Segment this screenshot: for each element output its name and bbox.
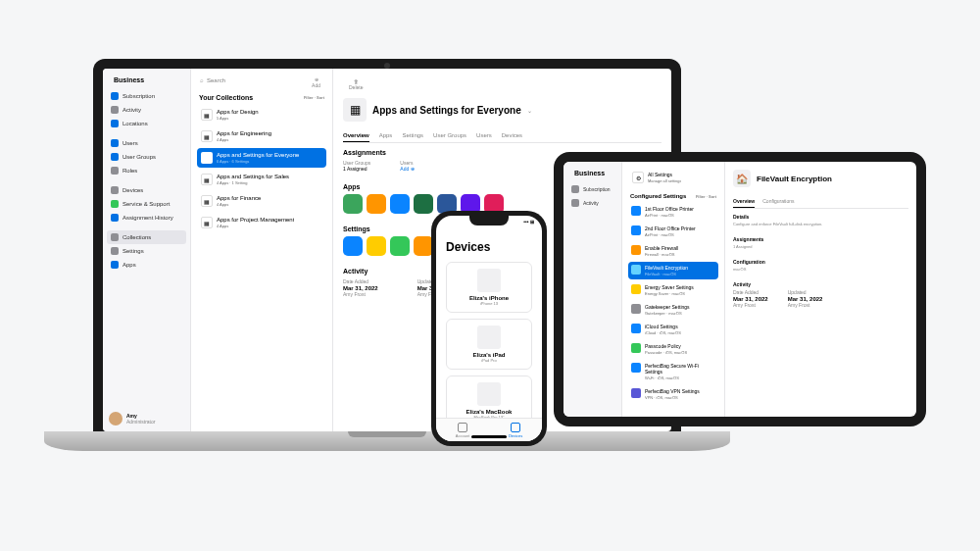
tab-devices[interactable]: Devices — [502, 129, 522, 142]
sidebar-item-devices[interactable]: Devices — [107, 183, 186, 197]
collection-label: Apps for Project Management — [217, 217, 294, 223]
tabbar-account[interactable]: Account — [456, 423, 469, 438]
setting-icon[interactable] — [414, 236, 433, 256]
setting-item[interactable]: Passcode PolicyPasscode · iOS, macOS — [628, 340, 718, 358]
tab-settings[interactable]: Settings — [402, 129, 423, 142]
sidebar-item-activity[interactable]: Activity — [567, 196, 617, 210]
sidebar-item-settings[interactable]: Settings — [107, 244, 186, 258]
collection-item[interactable]: ▦Apps and Settings for Sales4 Apps · 1 S… — [197, 170, 326, 189]
ipad-brand: Business — [567, 168, 617, 182]
sidebar-item-locations[interactable]: Locations — [107, 117, 186, 130]
setting-item[interactable]: 2nd Floor Office PrinterAirPrint · macOS — [628, 223, 718, 240]
ipad-tab-configurations[interactable]: Configurations — [762, 195, 794, 208]
tabbar-devices[interactable]: Devices — [509, 423, 522, 438]
collection-item[interactable]: ▦Apps for Design5 Apps — [197, 105, 326, 125]
ipad-detail: 🏠 FileVault Encryption OverviewConfigura… — [725, 162, 916, 417]
all-settings-item[interactable]: ⚙ All Settings Manage all settings — [628, 168, 718, 187]
setting-item[interactable]: FileVault EncryptionFileVault · macOS — [628, 262, 718, 279]
nav-label: Activity — [122, 107, 141, 113]
setting-icon[interactable] — [367, 236, 386, 256]
setting-item[interactable]: PerfectBag VPN SettingsVPN · iOS, macOS — [628, 385, 718, 403]
collection-sub: 4 Apps — [217, 137, 271, 142]
setting-item[interactable]: PerfectBag Secure Wi-Fi SettingsWi-Fi · … — [628, 360, 718, 383]
tab-apps[interactable]: Apps — [379, 129, 393, 142]
nav-label: Collections — [122, 234, 151, 240]
setting-item[interactable]: Energy Saver SettingsEnergy Saver · macO… — [628, 281, 718, 299]
nav-label: Locations — [122, 121, 148, 126]
setting-item[interactable]: iCloud SettingsiCloud · iOS, macOS — [628, 321, 718, 338]
app-icon[interactable] — [414, 194, 433, 214]
nav-icon — [111, 106, 119, 114]
app-icon[interactable] — [390, 194, 410, 214]
collection-item[interactable]: ▦Apps for Engineering4 Apps — [197, 126, 326, 146]
nav-icon — [111, 261, 119, 269]
activity-block: Date AddedMar 31, 2022Amy Frost — [733, 289, 768, 308]
setting-icon[interactable] — [343, 236, 363, 256]
nav-icon — [111, 153, 119, 161]
activity-label: Date Added — [733, 289, 768, 295]
setting-type-icon — [631, 284, 641, 294]
setting-type-icon — [631, 304, 641, 314]
sidebar-item-collections[interactable]: Collections — [107, 230, 186, 244]
ipad-sort[interactable]: Sort — [709, 194, 716, 199]
collection-sub: 6 Apps · 6 Settings — [217, 159, 299, 164]
user-footer[interactable]: Amy Administrator — [109, 412, 155, 426]
iphone-device: ••• ⊞ Devices Eliza's iPhoneiPhone 13Eli… — [431, 211, 547, 446]
setting-type-icon — [631, 265, 641, 275]
assign-value[interactable]: Add ⊕ — [400, 166, 414, 172]
activity-who: Amy Frost — [343, 291, 378, 297]
setting-label: Gatekeeper Settings — [645, 304, 690, 310]
assignment-block: User Groups1 Assigned — [343, 160, 370, 172]
ipad-settings-column: ⚙ All Settings Manage all settings Confi… — [622, 162, 725, 417]
sidebar-item-subscription[interactable]: Subscription — [567, 182, 617, 196]
sidebar-item-activity[interactable]: Activity — [107, 103, 186, 117]
detail-title: Apps and Settings for Everyone — [372, 105, 521, 116]
collection-icon: ▦ — [201, 195, 213, 207]
sidebar-item-assignment-history[interactable]: Assignment History — [107, 211, 186, 225]
gear-icon: ⚙ — [632, 172, 644, 183]
ipad-tab-overview[interactable]: Overview — [733, 195, 755, 208]
sidebar-item-apps[interactable]: Apps — [107, 258, 186, 272]
collection-sub: 4 Apps — [217, 224, 294, 228]
app-icon[interactable] — [343, 194, 363, 214]
collection-item[interactable]: ▦Apps for Finance4 Apps — [197, 191, 326, 211]
setting-sub: Gatekeeper · macOS — [645, 311, 690, 316]
collection-sub: 4 Apps — [217, 202, 261, 207]
setting-item[interactable]: 1st Floor Office PrinterAirPrint · macOS — [628, 203, 718, 221]
ipad-activity-heading: Activity — [733, 281, 908, 287]
tabbar-label: Devices — [509, 433, 522, 438]
chevron-down-icon[interactable]: ⌄ — [527, 107, 532, 114]
sort-button[interactable]: Sort — [317, 95, 324, 100]
nav-label: Roles — [122, 168, 137, 174]
setting-type-icon — [631, 343, 641, 353]
filter-button[interactable]: Filter — [304, 95, 314, 100]
setting-type-icon — [631, 363, 641, 373]
sidebar-item-users[interactable]: Users — [107, 136, 186, 150]
setting-item[interactable]: Enable FirewallFirewall · macOS — [628, 242, 718, 260]
nav-label: Users — [122, 140, 138, 146]
app-icon[interactable] — [367, 194, 386, 214]
search-input[interactable]: ⌕ Search — [197, 75, 228, 85]
setting-icon[interactable] — [390, 236, 410, 256]
sidebar-item-subscription[interactable]: Subscription — [107, 89, 186, 103]
delete-button[interactable]: 🗑 Delete — [349, 78, 363, 90]
nav-icon — [571, 199, 579, 207]
ipad-filter[interactable]: Filter — [696, 194, 706, 199]
sidebar-item-service-support[interactable]: Service & Support — [107, 197, 186, 211]
tab-user-groups[interactable]: User Groups — [433, 129, 466, 142]
add-button[interactable]: ⊕ Add — [312, 76, 320, 88]
collection-icon: ▦ — [201, 109, 213, 121]
sidebar-item-roles[interactable]: Roles — [107, 164, 186, 177]
collection-label: Apps and Settings for Everyone — [217, 152, 299, 158]
setting-item[interactable]: Gatekeeper SettingsGatekeeper · macOS — [628, 301, 718, 319]
device-card[interactable]: Eliza's iPadiPad Pro — [446, 319, 532, 370]
device-image — [477, 326, 501, 349]
collection-item[interactable]: ▦Apps and Settings for Everyone6 Apps · … — [197, 148, 326, 168]
config-heading: Configuration — [733, 259, 908, 265]
sidebar-item-user-groups[interactable]: User Groups — [107, 150, 186, 164]
device-card[interactable]: Eliza's iPhoneiPhone 13 — [446, 262, 532, 313]
collection-item[interactable]: ▦Apps for Project Management4 Apps — [197, 213, 326, 232]
tab-overview[interactable]: Overview — [343, 129, 369, 142]
tab-users[interactable]: Users — [476, 129, 492, 142]
collection-icon: ▦ — [201, 217, 213, 228]
